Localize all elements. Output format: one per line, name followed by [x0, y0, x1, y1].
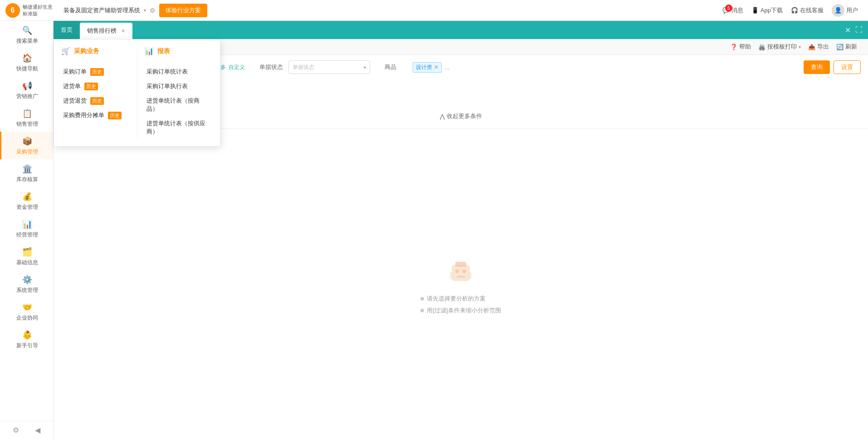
export-btn[interactable]: 📤 导出 — [808, 43, 829, 51]
industry-btn[interactable]: 体验行业方案 — [159, 4, 207, 17]
headset-icon: 🎧 — [791, 7, 798, 14]
sidebar-settings-btn[interactable]: ⚙ — [13, 426, 19, 434]
print-arrow-icon: ▾ — [799, 44, 801, 49]
dropdown-report-title: 📊 报表 — [145, 47, 213, 59]
tab-bar-right: ✕ ⛶ — [845, 26, 868, 35]
tab-expand-btn[interactable]: ⛶ — [855, 26, 863, 34]
history-badge-purchase-order: 历史 — [90, 68, 104, 76]
title-settings-icon[interactable]: ⚙ — [150, 7, 156, 14]
sidebar-item-inventory[interactable]: 🏛️ 库存核算 — [0, 159, 53, 187]
svg-point-2 — [455, 269, 459, 273]
system-title: 装备及固定资产辅助管理系统 — [63, 6, 140, 15]
print-btn[interactable]: 🖨️ 按模板打印 ▾ — [758, 43, 801, 51]
sidebar-item-sales[interactable]: 📋 销售管理 — [0, 104, 53, 132]
status-label: 单据状态 — [259, 63, 283, 71]
phone-icon: 📱 — [751, 7, 759, 14]
sidebar-bottom: ⚙ ◀ — [0, 421, 53, 439]
sidebar-item-base-info[interactable]: 🗂️ 基础信息 — [0, 242, 53, 270]
empty-state-icon — [443, 254, 479, 290]
title-dropdown-icon[interactable]: ▾ — [144, 8, 146, 13]
top-right-area: 💬 5 消息 📱 App下载 🎧 在线客服 👤 用户 — [722, 4, 858, 17]
messages-badge: 5 — [725, 5, 732, 12]
refresh-icon: 🔄 — [836, 44, 844, 50]
svg-rect-1 — [455, 261, 466, 266]
dropdown-item-purchase-order-exec[interactable]: 采购订单执行表 — [145, 79, 213, 94]
avatar: 👤 — [832, 4, 844, 17]
dropdown-item-goods-return[interactable]: 进货退货 历史 — [61, 94, 130, 108]
finance-icon: 💰 — [22, 192, 32, 202]
empty-tips: 请先选择要分析的方案 用[过滤]条件来缩小分析范围 — [420, 295, 501, 315]
inventory-icon: 🏛️ — [22, 164, 32, 174]
sales-icon: 📋 — [22, 109, 32, 118]
svg-rect-0 — [452, 265, 470, 281]
tab-close-icon[interactable]: ✕ — [121, 28, 125, 34]
sidebar-item-marketing[interactable]: 📢 营销推广 — [0, 76, 53, 104]
sidebar-item-enterprise[interactable]: 🤝 企业协同 — [0, 298, 53, 326]
refresh-btn[interactable]: 🔄 刷新 — [836, 43, 857, 51]
dot-1 — [420, 297, 424, 301]
goods-tag: 设计类 ✕ — [413, 62, 442, 73]
svg-point-3 — [463, 269, 466, 273]
dot-2 — [420, 309, 424, 312]
dropdown-report-col: 📊 报表 采购订单统计表 采购订单执行表 进货单统计表（按商品） 进货单统计表（… — [137, 47, 220, 139]
logo-area: 6 畅捷通好生意 标准版 — [5, 3, 59, 18]
filter-actions: 查询 设置 — [804, 60, 861, 74]
shortcut-custom[interactable]: 自定义 — [229, 64, 245, 71]
user-btn[interactable]: 👤 用户 — [832, 4, 858, 17]
query-btn[interactable]: 查询 — [804, 60, 830, 74]
help-btn[interactable]: ❓ 帮助 — [730, 43, 751, 51]
sidebar-item-system[interactable]: ⚙️ 系统管理 — [0, 270, 53, 298]
online-service-btn[interactable]: 🎧 在线客服 — [791, 6, 824, 15]
goods-area: 设计类 ✕ ... — [413, 62, 449, 73]
tab-close-window-btn[interactable]: ✕ — [845, 26, 851, 35]
history-badge-goods-in: 历史 — [84, 83, 98, 90]
top-bar: 6 畅捷通好生意 标准版 装备及固定资产辅助管理系统 ▾ ⚙ 体验行业方案 💬 … — [0, 0, 868, 21]
dropdown-item-goods-in-stat-by-supplier[interactable]: 进货单统计表（按供应商） — [145, 116, 213, 139]
dropdown-purchase-col: 🛒 采购业务 采购订单 历史 进货单 历史 进货退货 历史 采购费用分摊单 历史 — [54, 47, 137, 139]
tab-sales-ranking[interactable]: 销售排行榜 ✕ — [80, 23, 132, 39]
report-col-icon: 📊 — [145, 47, 154, 55]
sidebar-item-quick-nav[interactable]: 🏠 快捷导航 — [0, 49, 53, 76]
setting-btn[interactable]: 设置 — [834, 60, 861, 74]
dropdown-item-purchase-order[interactable]: 采购订单 历史 — [61, 64, 130, 79]
sidebar-collapse-btn[interactable]: ◀ — [35, 426, 40, 434]
status-select-arrow: ▾ — [364, 65, 366, 70]
main-content: 请先选择要分析的方案 用[过滤]条件来缩小分析范围 — [54, 129, 868, 439]
dropdown-item-goods-in-stat-by-goods[interactable]: 进货单统计表（按商品） — [145, 94, 213, 116]
messages-btn[interactable]: 💬 5 消息 — [722, 6, 743, 15]
base-info-icon: 🗂️ — [22, 247, 32, 257]
system-icon: ⚙️ — [22, 275, 32, 285]
print-icon: 🖨️ — [758, 44, 766, 50]
messages-badge-wrap: 💬 5 — [722, 7, 730, 14]
enterprise-icon: 🤝 — [22, 302, 32, 312]
purchase-icon: 📦 — [22, 136, 32, 146]
toolbar-right: ❓ 帮助 🖨️ 按模板打印 ▾ 📤 导出 🔄 刷新 — [730, 43, 857, 51]
sidebar-item-finance[interactable]: 💰 资金管理 — [0, 187, 53, 215]
app-download-btn[interactable]: 📱 App下载 — [751, 6, 783, 15]
dropdown-item-goods-in[interactable]: 进货单 历史 — [61, 79, 130, 94]
goods-tag-close[interactable]: ✕ — [434, 64, 439, 70]
export-icon: 📤 — [808, 44, 815, 50]
sidebar-item-purchase[interactable]: 📦 采购管理 — [0, 132, 53, 159]
dropdown-item-purchase-order-stat[interactable]: 采购订单统计表 — [145, 64, 213, 79]
svg-rect-4 — [456, 276, 465, 278]
history-badge-goods-return: 历史 — [90, 97, 104, 105]
dropdown-purchase-title: 🛒 采购业务 — [61, 47, 130, 59]
goods-label: 商品 — [385, 63, 407, 71]
status-select[interactable]: 单据状态 ▾ — [288, 60, 370, 74]
goods-more[interactable]: ... — [444, 64, 449, 71]
history-badge-purchase-fee: 历史 — [108, 112, 122, 119]
collapse-icon: ⋀ — [440, 113, 445, 120]
sidebar-item-operations[interactable]: 📊 经营管理 — [0, 215, 53, 242]
help-icon: ❓ — [730, 44, 737, 50]
marketing-icon: 📢 — [22, 81, 32, 91]
svg-rect-6 — [469, 272, 472, 279]
sidebar-item-search[interactable]: 🔍 搜索菜单 — [0, 21, 53, 49]
search-icon: 🔍 — [22, 25, 32, 35]
dropdown-item-purchase-fee[interactable]: 采购费用分摊单 历史 — [61, 108, 130, 123]
system-title-area: 装备及固定资产辅助管理系统 ▾ ⚙ 体验行业方案 — [63, 4, 718, 17]
tab-home[interactable]: 首页 — [54, 21, 80, 39]
svg-rect-5 — [450, 272, 453, 279]
sidebar-item-guide[interactable]: 👶 新手引导 — [0, 326, 53, 353]
logo-text: 畅捷通好生意 标准版 — [23, 4, 53, 17]
